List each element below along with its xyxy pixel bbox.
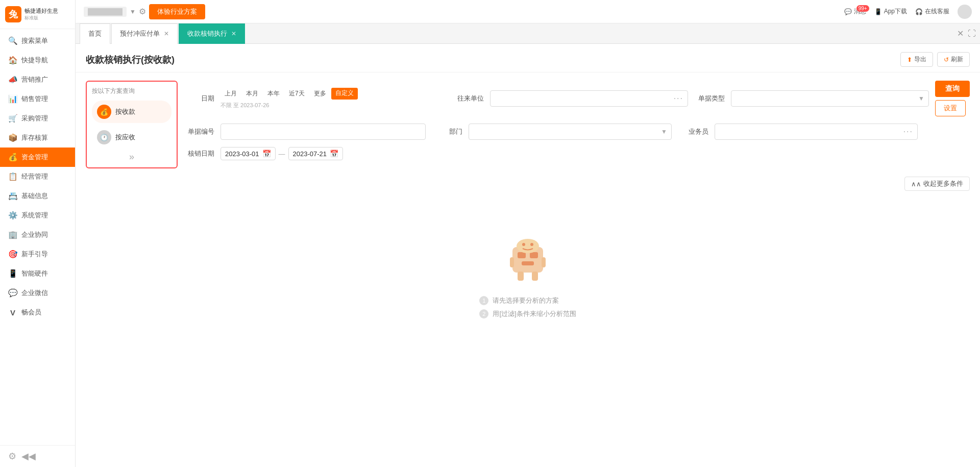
- building-icon: 🏢: [8, 230, 17, 239]
- sidebar-item-label: 快捷导航: [21, 56, 48, 65]
- date-custom-tag[interactable]: 自定义: [331, 88, 358, 100]
- app-logo: 兔 畅捷通好生意 标准版: [0, 0, 75, 29]
- staff-select[interactable]: ···: [715, 124, 918, 140]
- megaphone-icon: 📣: [8, 75, 17, 84]
- collapse-more-button[interactable]: ∧∧ 收起更多条件: [904, 177, 970, 191]
- receipt-icon: 💰: [97, 105, 111, 119]
- counterparty-select[interactable]: ···: [490, 90, 688, 107]
- top-header: ████████ ▼ ⚙ 体验行业方案 💬 消息 99+ 📱 App下载 🎧 在…: [76, 0, 980, 23]
- empty-tip-1: 1 请先选择要分析的方案: [479, 296, 576, 305]
- bill-type-label: 单据类型: [694, 94, 725, 103]
- empty-state: 1 请先选择要分析的方案 2 用[过滤]条件来缩小分析范围: [76, 196, 980, 349]
- sidebar-item-label: 采购管理: [21, 114, 48, 123]
- username-display: ████████: [84, 7, 127, 17]
- collapse-more-bar: ∧∧ 收起更多条件: [76, 177, 980, 196]
- dept-label: 部门: [432, 127, 462, 136]
- svg-point-9: [522, 243, 525, 246]
- filter-section: 按以下方案查询 💰 按收款 🕐 按应收 » 日期: [76, 72, 980, 177]
- message-button[interactable]: 💬 消息 99+: [844, 7, 866, 16]
- date-tab-more[interactable]: 更多: [310, 88, 330, 100]
- sidebar-item-basic[interactable]: 📇 基础信息: [0, 186, 75, 206]
- date-label: 日期: [184, 94, 214, 103]
- sidebar-item-sales[interactable]: 📊 销售管理: [0, 89, 75, 109]
- sidebar-item-system[interactable]: ⚙️ 系统管理: [0, 206, 75, 225]
- tab-receipt-close[interactable]: ✕: [231, 30, 236, 37]
- vip-icon: V: [8, 308, 17, 317]
- sidebar-item-label: 搜索菜单: [21, 36, 48, 45]
- sidebar-item-inventory[interactable]: 📦 库存核算: [0, 128, 75, 148]
- tab-close-all-icon[interactable]: ✕: [957, 29, 964, 38]
- sidebar-item-label: 智能硬件: [21, 269, 48, 278]
- header-gear-icon[interactable]: ⚙: [139, 7, 146, 16]
- app-edition: 标准版: [24, 15, 58, 21]
- sidebar-item-guide[interactable]: 🎯 新手引导: [0, 244, 75, 264]
- home-icon: 🏠: [8, 56, 17, 65]
- staff-dots-icon[interactable]: ···: [903, 127, 913, 136]
- svg-point-10: [530, 243, 533, 246]
- sidebar-item-hardware[interactable]: 📱 智能硬件: [0, 264, 75, 283]
- sidebar-item-finance[interactable]: 💰 资金管理: [0, 148, 75, 167]
- date-tabs: 上月 本月 本年 近7天 更多 自定义: [220, 88, 447, 100]
- user-dropdown-icon[interactable]: ▼: [130, 8, 136, 15]
- date-no-limit: 不限: [220, 102, 232, 108]
- sidebar-item-operations[interactable]: 📋 经营管理: [0, 167, 75, 186]
- sidebar-item-label: 销售管理: [21, 94, 48, 104]
- verify-date-start-input[interactable]: 2023-03-01 📅: [220, 147, 276, 160]
- staff-label: 业务员: [678, 127, 708, 136]
- export-button[interactable]: ⬆ 导出: [900, 52, 933, 67]
- bill-no-label: 单据编号: [184, 127, 214, 136]
- tab-prepay[interactable]: 预付冲应付单 ✕: [111, 23, 178, 44]
- sidebar-item-enterprise[interactable]: 🏢 企业协同: [0, 225, 75, 244]
- bill-type-select[interactable]: ▼: [731, 90, 929, 107]
- tab-expand-icon[interactable]: ⛶: [968, 29, 976, 38]
- date-tab-this-year[interactable]: 本年: [263, 88, 284, 100]
- tab-receipt[interactable]: 收款核销执行 ✕: [179, 23, 245, 44]
- sidebar-item-marketing[interactable]: 📣 营销推广: [0, 70, 75, 89]
- verify-date-end-value: 2023-07-21: [293, 150, 327, 158]
- tab-home[interactable]: 首页: [80, 23, 110, 44]
- svg-rect-2: [530, 252, 538, 258]
- solution-button[interactable]: 体验行业方案: [149, 4, 205, 19]
- dept-select[interactable]: ▼: [469, 124, 672, 140]
- page-header: 收款核销执行(按收款) ⬆ 导出 ↺ 刷新: [76, 44, 980, 72]
- setting-button[interactable]: 设置: [935, 100, 966, 116]
- collapse-sidebar-icon[interactable]: ◀◀: [21, 451, 36, 462]
- receivable-icon: 🕐: [97, 130, 111, 144]
- query-button[interactable]: 查询: [935, 81, 970, 97]
- svg-point-8: [517, 239, 539, 253]
- tab-prepay-close[interactable]: ✕: [164, 30, 169, 37]
- message-badge: 99+: [856, 5, 869, 12]
- date-tab-this-month[interactable]: 本月: [242, 88, 262, 100]
- filter-by-receivable[interactable]: 🕐 按应收: [92, 126, 172, 149]
- bill-no-input[interactable]: [220, 124, 426, 140]
- sidebar-item-member[interactable]: V 畅会员: [0, 303, 75, 322]
- filter-by-receivable-label: 按应收: [115, 133, 135, 142]
- tab-prepay-label: 预付冲应付单: [120, 29, 160, 38]
- logo-text-block: 畅捷通好生意 标准版: [24, 7, 58, 21]
- service-icon: 🎧: [915, 8, 923, 15]
- online-service-button[interactable]: 🎧 在线客服: [915, 7, 949, 16]
- sidebar-item-search[interactable]: 🔍 搜索菜单: [0, 31, 75, 51]
- tab-actions: ✕ ⛶: [957, 29, 976, 38]
- app-download-button[interactable]: 📱 App下载: [874, 7, 907, 16]
- filter-left-panel: 按以下方案查询 💰 按收款 🕐 按应收 »: [86, 81, 178, 168]
- sidebar-item-quick[interactable]: 🏠 快捷导航: [0, 51, 75, 70]
- filter-by-receipt[interactable]: 💰 按收款: [92, 101, 172, 123]
- counterparty-dots-icon[interactable]: ···: [674, 94, 683, 103]
- filter-panel-collapse[interactable]: »: [92, 152, 172, 162]
- sidebar-item-wechat[interactable]: 💬 企业微信: [0, 283, 75, 303]
- settings-icon[interactable]: ⚙: [8, 451, 16, 462]
- refresh-label: 刷新: [951, 55, 963, 64]
- tab-home-label: 首页: [88, 29, 102, 38]
- verify-date-end-input[interactable]: 2023-07-21 📅: [288, 147, 344, 160]
- user-area: ████████ ▼ ⚙ 体验行业方案: [84, 4, 838, 19]
- svg-rect-5: [542, 257, 546, 267]
- sidebar-item-purchase[interactable]: 🛒 采购管理: [0, 109, 75, 128]
- sidebar-item-label: 系统管理: [21, 211, 48, 220]
- date-tab-last-month[interactable]: 上月: [220, 88, 241, 100]
- filter-panel-title: 按以下方案查询: [92, 87, 172, 95]
- user-avatar[interactable]: [958, 5, 972, 19]
- date-tab-7days[interactable]: 近7天: [285, 88, 309, 100]
- refresh-button[interactable]: ↺ 刷新: [937, 52, 970, 67]
- calendar-end-icon: 📅: [330, 150, 338, 158]
